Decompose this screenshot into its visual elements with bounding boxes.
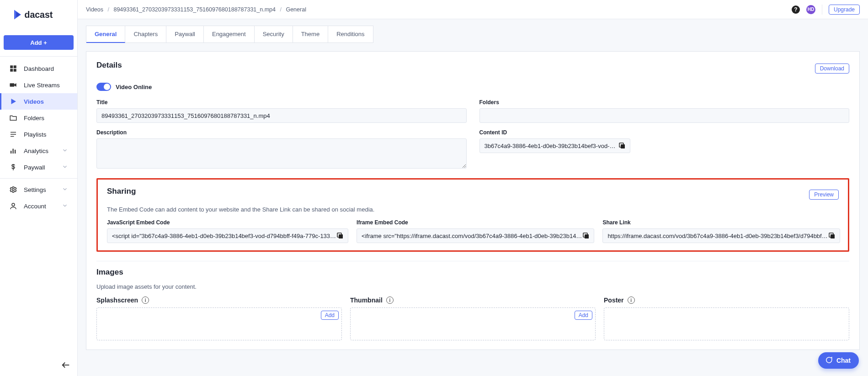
add-thumbnail-button[interactable]: Add (575, 311, 592, 320)
dashboard-icon (9, 64, 17, 73)
title-input[interactable] (96, 108, 467, 123)
sidebar-item-account[interactable]: Account (0, 198, 77, 214)
play-icon (9, 97, 17, 106)
info-icon[interactable]: i (628, 297, 635, 304)
info-icon[interactable]: i (386, 297, 394, 304)
chat-button[interactable]: Chat (818, 352, 859, 369)
share-link-value: https://iframe.dacast.com/vod/3b67c4a9-3… (607, 233, 827, 239)
sidebar-item-dashboard[interactable]: Dashboard (0, 60, 77, 77)
content-id-field: 3b67c4a9-3886-4eb1-d0eb-39b23b14bef3-vod… (479, 138, 630, 153)
list-icon (9, 130, 17, 138)
video-online-toggle[interactable] (96, 83, 111, 91)
tab-engagement[interactable]: Engagement (204, 26, 255, 42)
copy-icon[interactable] (828, 232, 836, 240)
svg-rect-11 (15, 150, 16, 154)
help-icon[interactable]: ? (792, 5, 800, 14)
sidebar-item-playlists[interactable]: Playlists (0, 126, 77, 143)
gear-icon (9, 185, 17, 194)
js-embed-label: JavaScript Embed Code (107, 219, 348, 226)
sidebar-item-settings[interactable]: Settings (0, 181, 77, 198)
folders-label: Folders (479, 99, 850, 106)
copy-icon[interactable] (618, 142, 626, 150)
collapse-sidebar-button[interactable] (61, 360, 71, 371)
sharing-heading: Sharing (107, 187, 136, 196)
copy-icon[interactable] (336, 232, 344, 240)
images-heading: Images (96, 268, 849, 277)
tab-paywall[interactable]: Paywall (166, 26, 204, 42)
sidebar-item-paywall[interactable]: Paywall (0, 159, 77, 175)
analytics-icon (9, 147, 17, 155)
svg-rect-1 (10, 65, 13, 68)
sidebar-item-label: Analytics (24, 148, 48, 154)
sidebar-item-label: Videos (24, 98, 44, 105)
copy-icon[interactable] (582, 232, 590, 240)
nav: Dashboard Live Streams Videos Folders Pl… (0, 56, 77, 214)
chat-icon (825, 356, 833, 365)
thumbnail-dropzone[interactable]: Add (350, 307, 596, 340)
poster-dropzone[interactable] (604, 307, 849, 340)
poster-label: Poster (604, 297, 624, 304)
svg-rect-9 (11, 151, 11, 154)
svg-point-14 (12, 203, 15, 206)
sidebar-item-live-streams[interactable]: Live Streams (0, 77, 77, 93)
sharing-description: The Embed Code can add content to your w… (107, 206, 839, 213)
share-link-label: Share Link (602, 219, 840, 226)
svg-rect-2 (14, 65, 16, 68)
video-online-label: Video Online (116, 84, 152, 90)
splash-dropzone[interactable]: Add (96, 307, 342, 340)
folder-icon (9, 114, 17, 122)
sidebar-item-folders[interactable]: Folders (0, 110, 77, 126)
tab-general[interactable]: General (86, 26, 125, 43)
chevron-down-icon (62, 202, 68, 210)
iframe-embed-label: Iframe Embed Code (357, 219, 594, 226)
details-heading: Details (96, 61, 122, 70)
preview-button[interactable]: Preview (809, 190, 839, 200)
download-button[interactable]: Download (815, 64, 849, 74)
chevron-down-icon (62, 186, 68, 194)
breadcrumb-link-videos[interactable]: Videos (86, 6, 103, 13)
sidebar-item-label: Dashboard (24, 65, 54, 72)
dollar-icon (9, 163, 17, 171)
sidebar-item-label: Paywall (24, 164, 45, 171)
svg-rect-16 (621, 144, 625, 148)
js-embed-field: <script id="3b67c4a9-3886-4eb1-d0eb-39b2… (107, 228, 348, 243)
tab-renditions[interactable]: Renditions (328, 26, 373, 42)
details-card: Details Download Video Online Title Fold… (86, 51, 860, 350)
sidebar-item-label: Account (24, 203, 46, 210)
svg-rect-18 (585, 234, 589, 238)
chevron-down-icon (62, 164, 68, 171)
breadcrumb-link-file[interactable]: 89493361_2703203973331153_75160976801887… (113, 6, 276, 13)
person-icon (9, 202, 17, 210)
splash-label: Splashscreen (96, 297, 138, 304)
add-button[interactable]: Add + (4, 35, 74, 50)
sidebar-item-videos[interactable]: Videos (0, 93, 77, 110)
tab-chapters[interactable]: Chapters (125, 26, 166, 42)
svg-point-13 (12, 189, 15, 191)
sidebar-item-label: Folders (24, 115, 44, 122)
sidebar-item-label: Live Streams (24, 82, 60, 89)
content-id-label: Content ID (479, 129, 850, 136)
tab-security[interactable]: Security (255, 26, 293, 42)
svg-rect-19 (831, 234, 835, 238)
topbar: Videos / 89493361_2703203973331153_75160… (78, 0, 868, 19)
thumbnail-label: Thumbnail (350, 297, 383, 304)
js-embed-value: <script id="3b67c4a9-3886-4eb1-d0eb-39b2… (112, 233, 336, 239)
sidebar-item-label: Playlists (24, 131, 47, 138)
add-splash-button[interactable]: Add (321, 311, 339, 320)
svg-rect-3 (10, 69, 13, 72)
sidebar-item-analytics[interactable]: Analytics (0, 143, 77, 159)
description-textarea[interactable] (96, 138, 467, 169)
tabs: General Chapters Paywall Engagement Secu… (86, 26, 373, 43)
avatar[interactable]: HD (806, 5, 815, 14)
logo[interactable]: dacast (0, 0, 77, 30)
chat-label: Chat (836, 357, 851, 364)
images-description: Upload image assets for your content. (96, 283, 849, 290)
tab-theme[interactable]: Theme (293, 26, 328, 42)
content-id-value: 3b67c4a9-3886-4eb1-d0eb-39b23b14bef3-vod… (485, 143, 618, 149)
info-icon[interactable]: i (142, 297, 149, 304)
folders-input[interactable] (479, 108, 850, 123)
title-label: Title (96, 99, 467, 106)
svg-rect-4 (14, 69, 16, 72)
upgrade-button[interactable]: Upgrade (829, 5, 860, 15)
camera-icon (9, 81, 17, 89)
